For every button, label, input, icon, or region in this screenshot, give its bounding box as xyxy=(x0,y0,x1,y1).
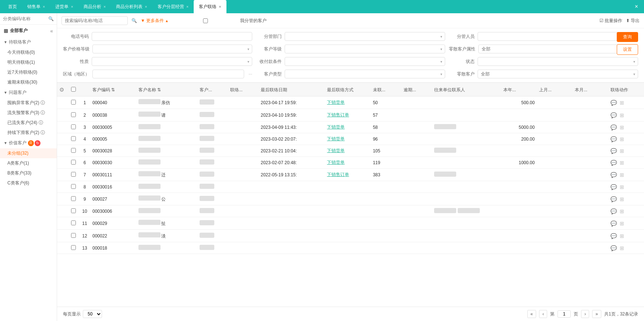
batch-ops-button[interactable]: ☑ 批量操作 xyxy=(599,18,622,24)
close-icon[interactable]: × xyxy=(43,4,45,9)
tab-goods-analysis-list[interactable]: 商品分析列表 × xyxy=(111,0,152,13)
select-all-checkbox[interactable] xyxy=(71,87,76,92)
col-settings[interactable]: ⚙ xyxy=(57,84,69,96)
tab-sales[interactable]: 销售单 × xyxy=(22,0,50,13)
search-input[interactable] xyxy=(61,16,128,25)
row-checkbox[interactable] xyxy=(69,157,79,169)
sidebar-all-customers[interactable]: ⊞ 全部客户 « xyxy=(0,25,57,37)
row-select-checkbox[interactable] xyxy=(71,112,76,117)
row-last-method[interactable]: 下销货单 xyxy=(325,121,371,133)
message-icon[interactable]: 💬 xyxy=(610,196,617,202)
last-method-link[interactable]: 下销售订单 xyxy=(327,172,349,177)
row-code[interactable]: 000027 xyxy=(90,193,136,205)
dept-select[interactable] xyxy=(285,32,445,41)
row-checkbox[interactable] xyxy=(69,169,79,181)
sidebar-section-value[interactable]: ▼ 价值客户 R ↻ xyxy=(0,138,57,148)
grid-action-icon[interactable]: ⊞ xyxy=(620,233,624,239)
row-select-checkbox[interactable] xyxy=(71,221,76,225)
grid-action-icon[interactable]: ⊞ xyxy=(620,160,624,166)
last-method-link[interactable]: 下销货单 xyxy=(327,160,345,165)
sidebar-item-class-b[interactable]: B类客户(33) xyxy=(0,168,57,178)
sidebar-search-icon[interactable]: 🔍 xyxy=(48,16,54,21)
col-name[interactable]: 客户名称 ⇅ xyxy=(136,84,197,96)
message-icon[interactable]: 💬 xyxy=(610,124,617,130)
row-last-method[interactable]: 下销售订单 xyxy=(325,109,371,121)
grid-action-icon[interactable]: ⊞ xyxy=(620,208,624,214)
row-checkbox[interactable] xyxy=(69,96,79,109)
grid-action-icon[interactable]: ⊞ xyxy=(620,172,624,178)
row-select-checkbox[interactable] xyxy=(71,172,76,177)
manager-input[interactable] xyxy=(478,32,630,41)
row-code[interactable]: 000040 xyxy=(90,96,136,109)
grid-action-icon[interactable]: ⊞ xyxy=(620,221,624,226)
close-icon[interactable]: × xyxy=(219,4,221,9)
sidebar-item-overdue-pending[interactable]: 逾期未联络(30) xyxy=(0,77,57,87)
next-page-button[interactable]: › xyxy=(581,310,589,318)
message-icon[interactable]: 💬 xyxy=(610,184,617,190)
customer-level-select[interactable] xyxy=(285,45,445,53)
last-page-button[interactable]: » xyxy=(592,310,601,318)
row-code[interactable]: 00030111 xyxy=(90,169,136,181)
close-all-tabs-button[interactable]: × xyxy=(632,3,641,10)
row-code[interactable]: 00030005 xyxy=(90,121,136,133)
message-icon[interactable]: 💬 xyxy=(610,136,617,142)
row-select-checkbox[interactable] xyxy=(71,100,76,105)
row-checkbox[interactable] xyxy=(69,205,79,217)
last-method-link[interactable]: 下销售订单 xyxy=(327,112,349,117)
row-checkbox[interactable] xyxy=(69,145,79,157)
property-select[interactable] xyxy=(92,57,252,66)
last-method-link[interactable]: 下销货单 xyxy=(327,124,345,130)
grid-action-icon[interactable]: ⊞ xyxy=(620,245,624,251)
tab-home[interactable]: 首页 xyxy=(3,0,22,13)
row-checkbox[interactable] xyxy=(69,109,79,121)
phone-input[interactable] xyxy=(92,32,252,41)
grid-action-icon[interactable]: ⊞ xyxy=(620,148,624,154)
row-select-checkbox[interactable] xyxy=(71,233,76,238)
row-code[interactable]: 00030016 xyxy=(90,181,136,193)
row-select-checkbox[interactable] xyxy=(71,196,76,201)
col-checkbox[interactable] xyxy=(69,84,79,96)
zero-attr-select[interactable]: 全部 xyxy=(478,45,638,53)
message-icon[interactable]: 💬 xyxy=(610,245,617,251)
sidebar-item-class-a[interactable]: A类客户(1) xyxy=(0,158,57,168)
row-select-checkbox[interactable] xyxy=(71,124,76,129)
row-code[interactable]: 000005 xyxy=(90,133,136,145)
more-conditions-button[interactable]: ▼ 更多条件 ▲ xyxy=(141,18,169,24)
row-code[interactable]: 000022 xyxy=(90,230,136,242)
row-checkbox[interactable] xyxy=(69,230,79,242)
row-code[interactable]: 00030006 xyxy=(90,205,136,217)
row-select-checkbox[interactable] xyxy=(71,148,76,153)
row-last-method[interactable]: 下销货单 xyxy=(325,133,371,145)
row-checkbox[interactable] xyxy=(69,193,79,205)
grid-action-icon[interactable]: ⊞ xyxy=(620,124,624,130)
close-icon[interactable]: × xyxy=(145,4,147,9)
row-last-method[interactable]: 下销货单 xyxy=(325,145,371,157)
search-icon[interactable]: 🔍 xyxy=(131,18,137,23)
row-last-method[interactable]: 下销货单 xyxy=(325,157,371,169)
sidebar-item-declining[interactable]: 持续下滑客户(2) ⓘ xyxy=(0,128,57,138)
sidebar-item-7days-pending[interactable]: 近7天待联络(0) xyxy=(0,67,57,77)
grid-action-icon[interactable]: ⊞ xyxy=(620,184,624,190)
customer-type-select[interactable] xyxy=(285,70,445,78)
row-checkbox[interactable] xyxy=(69,121,79,133)
tab-goods-analysis[interactable]: 商品分析 × xyxy=(78,0,111,13)
sidebar-item-churn-warn[interactable]: 流失预警客户(3) ⓘ xyxy=(0,108,57,118)
row-last-method[interactable]: 下销售订单 xyxy=(325,169,371,181)
message-icon[interactable]: 💬 xyxy=(610,233,617,239)
per-page-select[interactable]: 50 xyxy=(83,310,102,318)
row-select-checkbox[interactable] xyxy=(71,184,76,189)
tab-customer-ops[interactable]: 客户分层经营 × xyxy=(152,0,194,13)
sidebar-item-today-pending[interactable]: 今天待联络(0) xyxy=(0,47,57,57)
reset-button[interactable]: 设置 xyxy=(617,44,638,55)
message-icon[interactable]: 💬 xyxy=(610,172,617,178)
row-last-method[interactable]: 下销货单 xyxy=(325,96,371,109)
grid-action-icon[interactable]: ⊞ xyxy=(620,112,624,118)
tab-customer-contact[interactable]: 客户联络 × xyxy=(194,0,226,13)
close-icon[interactable]: × xyxy=(103,4,106,9)
message-icon[interactable]: 💬 xyxy=(610,112,617,118)
sidebar-item-class-c[interactable]: C类客户(6) xyxy=(0,178,57,188)
payment-select[interactable] xyxy=(285,57,445,66)
row-checkbox[interactable] xyxy=(69,133,79,145)
row-code[interactable]: 000018 xyxy=(90,242,136,254)
sidebar-section-problem[interactable]: ▼ 问题客户 xyxy=(0,87,57,98)
